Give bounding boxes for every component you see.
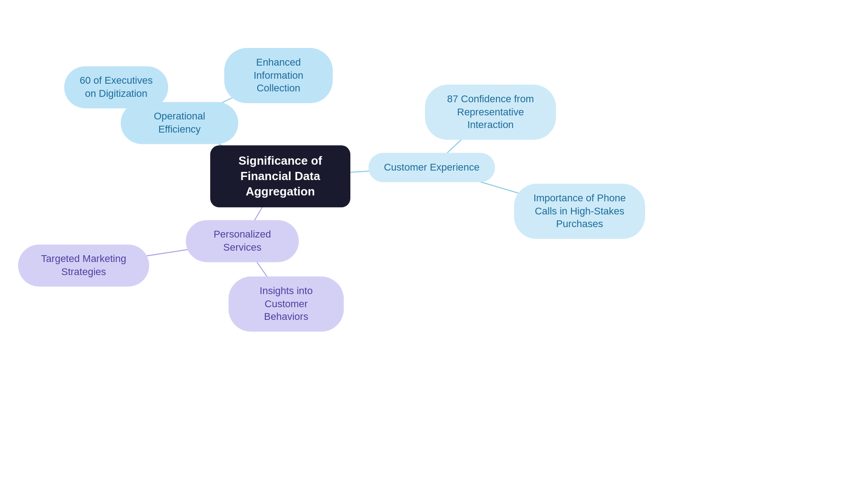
node-targeted[interactable]: Targeted Marketing Strategies xyxy=(18,244,149,286)
node-phone-calls[interactable]: Importance of Phone Calls in High-Stakes… xyxy=(514,184,645,239)
node-insights[interactable]: Insights into Customer Behaviors xyxy=(229,276,344,332)
node-customer-experience[interactable]: Customer Experience xyxy=(368,153,495,182)
node-personalized[interactable]: Personalized Services xyxy=(186,220,299,262)
node-enhanced[interactable]: Enhanced Information Collection xyxy=(224,48,333,103)
center-node[interactable]: Significance of Financial Data Aggregati… xyxy=(210,145,350,207)
node-confidence[interactable]: 87 Confidence from Representative Intera… xyxy=(425,85,556,140)
node-operational[interactable]: Operational Efficiency xyxy=(121,102,238,144)
